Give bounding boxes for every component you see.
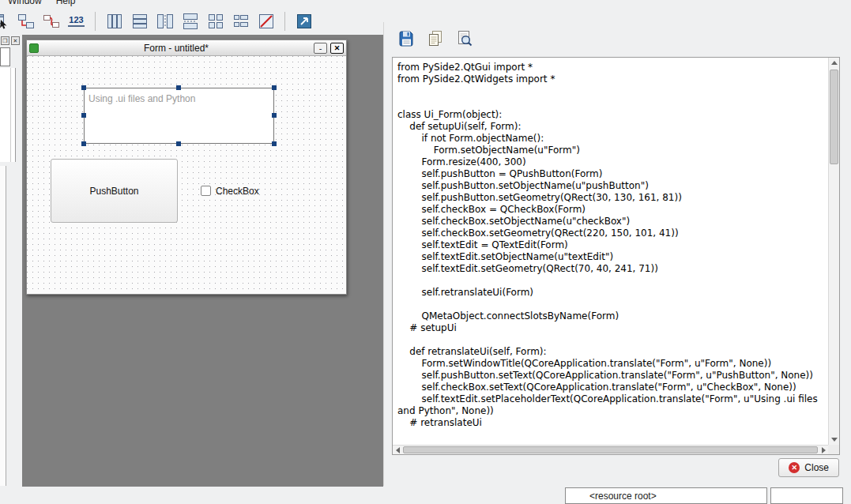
- minimize-button[interactable]: -: [314, 43, 327, 54]
- dialog-toolbar: [395, 27, 476, 51]
- layout-form-icon[interactable]: [230, 10, 251, 32]
- vertical-scrollbar[interactable]: [828, 58, 839, 445]
- selection-handle[interactable]: [81, 141, 86, 146]
- menu-item-help[interactable]: Help: [56, 0, 76, 6]
- close-button[interactable]: ✕: [330, 43, 344, 54]
- code-editor[interactable]: from PySide2.QtGui import * from PySide2…: [392, 57, 840, 455]
- adjust-size-icon[interactable]: [293, 10, 314, 32]
- textedit-placeholder: Using .ui files and Python: [88, 93, 195, 104]
- mdi-area: Form - untitled* - ✕ Using .ui files and…: [22, 35, 383, 487]
- close-circle-icon: ✕: [789, 462, 800, 473]
- edit-tab-order-icon[interactable]: 123: [66, 10, 87, 32]
- layout-vertical-splitter-icon[interactable]: [179, 10, 201, 32]
- scroll-left-icon[interactable]: [393, 446, 402, 454]
- selection-handle[interactable]: [176, 85, 181, 90]
- menu-bar: Window Help: [0, 0, 851, 7]
- left-dock-titlebar: ❐ ✕: [1, 36, 20, 45]
- checkbox-indicator[interactable]: [201, 186, 211, 196]
- dock-float-icon[interactable]: ❐: [1, 36, 9, 45]
- selection-handle[interactable]: [272, 141, 277, 146]
- edit-signals-slots-icon[interactable]: [15, 10, 36, 32]
- find-icon[interactable]: [454, 27, 476, 51]
- layout-vertical-icon[interactable]: [129, 10, 150, 32]
- selection-handle[interactable]: [272, 113, 277, 118]
- left-panel-fragment: [0, 166, 6, 486]
- checkbox-widget[interactable]: CheckBox: [201, 175, 281, 207]
- layout-horizontal-splitter-icon[interactable]: [154, 10, 175, 32]
- scroll-down-icon[interactable]: [829, 434, 839, 445]
- code-preview-dialog: from PySide2.QtGui import * from PySide2…: [383, 22, 847, 486]
- textedit-widget[interactable]: Using .ui files and Python: [84, 88, 274, 144]
- close-button-label: Close: [804, 462, 829, 473]
- toolbar-separator: [284, 12, 285, 31]
- form-designer-window: Form - untitled* - ✕ Using .ui files and…: [26, 39, 347, 295]
- layout-horizontal-icon[interactable]: [104, 10, 125, 32]
- dialog-close-button[interactable]: ✕ Close: [778, 458, 839, 477]
- toolbar-separator: [95, 12, 96, 31]
- form-canvas[interactable]: Using .ui files and Python PushButton Ch…: [27, 56, 346, 294]
- scrollbar-corner: [828, 445, 839, 454]
- widgetbox-panel-fragment: [0, 68, 16, 162]
- selection-handle[interactable]: [81, 113, 86, 118]
- menu-item-window[interactable]: Window: [8, 0, 42, 6]
- resource-root-item[interactable]: <resource root>: [566, 488, 766, 502]
- widgetbox-filter-input[interactable]: [0, 47, 10, 66]
- resource-panel-fragment: [770, 487, 843, 504]
- edit-buddies-icon[interactable]: [40, 10, 62, 32]
- save-icon[interactable]: [395, 27, 417, 51]
- form-window-titlebar[interactable]: Form - untitled* - ✕: [27, 40, 346, 56]
- copy-icon[interactable]: [424, 27, 446, 51]
- horizontal-scrollbar[interactable]: [393, 445, 828, 454]
- main-toolbar: 123: [0, 7, 314, 35]
- vertical-scrollbar-thumb[interactable]: [830, 70, 838, 164]
- edit-widgets-icon[interactable]: [0, 10, 11, 32]
- selection-handle[interactable]: [272, 85, 277, 90]
- scroll-up-icon[interactable]: [829, 58, 839, 68]
- pushbutton-widget[interactable]: PushButton: [51, 159, 178, 223]
- scroll-right-icon[interactable]: [819, 446, 828, 454]
- break-layout-icon[interactable]: [255, 10, 277, 32]
- horizontal-scrollbar-thumb[interactable]: [403, 446, 818, 453]
- layout-grid-icon[interactable]: [205, 10, 226, 32]
- dock-close-icon[interactable]: ✕: [11, 36, 20, 45]
- selection-handle[interactable]: [176, 141, 181, 146]
- checkbox-label: CheckBox: [216, 186, 259, 197]
- form-window-title: Form - untitled*: [42, 43, 311, 54]
- selection-handle[interactable]: [81, 85, 86, 90]
- code-text[interactable]: from PySide2.QtGui import * from PySide2…: [393, 58, 828, 445]
- form-file-icon: [29, 43, 39, 53]
- resource-browser-fragment: <resource root>: [565, 487, 767, 504]
